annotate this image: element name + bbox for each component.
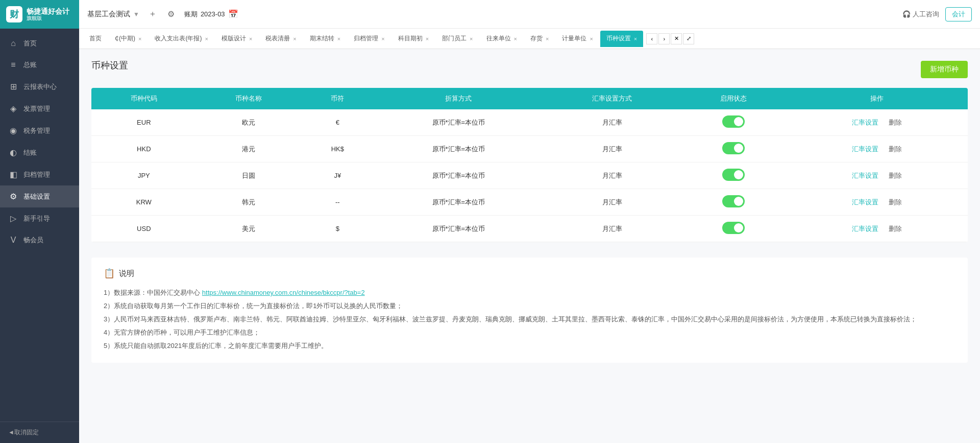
cell-actions-0: 汇率设置 删除 [786, 109, 968, 136]
tab-subject-close[interactable]: × [426, 36, 429, 42]
delete-link-4[interactable]: 删除 [889, 225, 902, 232]
tab-subject[interactable]: 科目期初 × [392, 31, 435, 47]
maximize-button[interactable]: ⤢ [683, 33, 694, 44]
cell-symbol-0: € [301, 109, 374, 136]
cell-symbol-1: HK$ [301, 136, 374, 162]
tab-customer[interactable]: 往来单位 × [480, 31, 523, 47]
sidebar-item-reports[interactable]: ⊞ 云报表中心 [0, 76, 79, 98]
sidebar-item-basic[interactable]: ⚙ 基础设置 [0, 185, 79, 207]
sidebar: 财 畅捷通好会计 旗舰版 ⌂ 首页 ≡ 总账 ⊞ 云报表中心 ◈ 发票管理 ◉ … [0, 0, 79, 443]
tab-tax[interactable]: 税表清册 × [259, 31, 302, 47]
settings-icon[interactable]: ⚙ [164, 7, 178, 21]
tab-inventory[interactable]: 存货 × [524, 31, 555, 47]
tab-period-end[interactable]: 期末结转 × [304, 31, 347, 47]
cell-rate-2: 月汇率 [543, 162, 680, 189]
cell-name-0: 欧元 [197, 109, 302, 136]
tab-unit-close[interactable]: × [590, 36, 593, 42]
tab-unit[interactable]: 计量单位 × [556, 31, 599, 47]
notes-title-text: 说明 [119, 269, 134, 278]
tab-inventory-label: 存货 [530, 34, 543, 43]
tab-template-close[interactable]: × [249, 36, 252, 42]
tab-customer-label: 往来单位 [486, 34, 511, 43]
delete-link-1[interactable]: 删除 [889, 145, 902, 153]
toggle-enabled-4[interactable] [722, 222, 745, 234]
tab-currency[interactable]: 币种设置 × [600, 31, 643, 47]
sidebar-item-home[interactable]: ⌂ 首页 [0, 33, 79, 54]
cell-status-3 [681, 189, 786, 216]
tab-tax-label: 税表清册 [265, 34, 290, 43]
sidebar-item-archive[interactable]: ◧ 归档管理 [0, 164, 79, 185]
tab-inventory-close[interactable]: × [546, 36, 549, 42]
notes-external-link[interactable]: https://www.chinamoney.com.cn/chinese/bk… [202, 289, 365, 296]
toggle-enabled-0[interactable] [722, 115, 745, 128]
tab-dept[interactable]: 部门员工 × [436, 31, 479, 47]
add-tab-button[interactable]: ＋ [145, 7, 160, 21]
ledger-icon: ≡ [8, 60, 18, 69]
tab-period[interactable]: ₵(中期) × [109, 31, 148, 47]
tax-icon: ◉ [8, 126, 18, 135]
tab-next-button[interactable]: › [658, 33, 670, 44]
tab-dept-close[interactable]: × [470, 36, 473, 42]
sidebar-item-tax[interactable]: ◉ 税务管理 [0, 120, 79, 142]
tab-customer-close[interactable]: × [514, 36, 517, 42]
help-label: 人工咨询 [913, 10, 939, 19]
rate-setting-link-2[interactable]: 汇率设置 [852, 172, 878, 179]
new-currency-button[interactable]: 新增币种 [921, 61, 968, 78]
cell-rate-1: 月汇率 [543, 136, 680, 162]
sidebar-pin-toggle[interactable]: ◄取消固定 [0, 422, 79, 443]
sidebar-label-archive: 归档管理 [23, 170, 50, 179]
delete-link-0[interactable]: 删除 [889, 119, 902, 126]
period-label: 账期 [184, 10, 198, 19]
toggle-enabled-2[interactable] [722, 169, 745, 181]
tab-archive[interactable]: 归档管理 × [348, 31, 390, 47]
sidebar-item-settlement[interactable]: ◐ 结账 [0, 142, 79, 164]
col-header-name: 币种名称 [197, 88, 302, 109]
rate-setting-link-1[interactable]: 汇率设置 [852, 145, 878, 153]
col-header-status: 启用状态 [681, 88, 786, 109]
rate-setting-link-4[interactable]: 汇率设置 [852, 225, 878, 232]
rate-setting-link-3[interactable]: 汇率设置 [852, 198, 878, 206]
settlement-icon: ◐ [8, 148, 18, 157]
toggle-enabled-3[interactable] [722, 195, 745, 207]
table-row: JPY 日圆 J¥ 原币*汇率=本位币 月汇率 汇率设置 删除 [91, 162, 968, 189]
reports-icon: ⊞ [8, 82, 18, 91]
tab-period-close[interactable]: × [138, 36, 141, 42]
sidebar-item-ledger[interactable]: ≡ 总账 [0, 54, 79, 76]
account-button[interactable]: 会计 [945, 7, 972, 21]
tab-income[interactable]: 收入支出表(年报) × [149, 31, 214, 47]
sidebar-label-ledger: 总账 [23, 60, 37, 69]
tab-currency-close[interactable]: × [634, 36, 637, 42]
tab-tax-close[interactable]: × [293, 36, 296, 42]
tab-home[interactable]: 首页 [83, 31, 108, 47]
delete-link-2[interactable]: 删除 [889, 172, 902, 179]
sidebar-item-invoice[interactable]: ◈ 发票管理 [0, 98, 79, 120]
close-all-tabs-button[interactable]: ✕ [671, 33, 682, 44]
col-header-calc: 折算方式 [374, 88, 543, 109]
topbar-right: 🎧 人工咨询 会计 [902, 7, 972, 21]
cell-calc-2: 原币*汇率=本位币 [374, 162, 543, 189]
delete-link-3[interactable]: 删除 [889, 198, 902, 206]
tabbar: 首页 ₵(中期) × 收入支出表(年报) × 模版设计 × 税表清册 × 期末结… [79, 29, 980, 49]
tab-prev-button[interactable]: ‹ [646, 33, 657, 44]
note-item-4: 5）系统只能自动抓取2021年度后的汇率，之前年度汇率需要用户手工维护。 [104, 339, 955, 353]
tab-archive-label: 归档管理 [354, 34, 378, 43]
cell-status-4 [681, 216, 786, 242]
table-row: USD 美元 $ 原币*汇率=本位币 月汇率 汇率设置 删除 [91, 216, 968, 242]
cell-calc-4: 原币*汇率=本位币 [374, 216, 543, 242]
tab-period-end-close[interactable]: × [337, 36, 340, 42]
tab-home-label: 首页 [89, 34, 102, 43]
help-button[interactable]: 🎧 人工咨询 [902, 10, 939, 19]
sidebar-item-guide[interactable]: ▷ 新手引导 [0, 207, 79, 229]
table-row: KRW 韩元 -- 原币*汇率=本位币 月汇率 汇率设置 删除 [91, 189, 968, 216]
tabbar-navigation: ‹ › ✕ ⤢ [646, 33, 694, 44]
member-icon: V [8, 236, 18, 245]
toggle-enabled-1[interactable] [722, 142, 745, 154]
rate-setting-link-0[interactable]: 汇率设置 [852, 119, 878, 126]
project-selector[interactable]: 基层工会测试 ▼ [87, 10, 139, 19]
tab-template[interactable]: 模版设计 × [215, 31, 258, 47]
sidebar-item-member[interactable]: V 畅会员 [0, 229, 79, 251]
tab-income-close[interactable]: × [205, 36, 208, 42]
tab-archive-close[interactable]: × [381, 36, 384, 42]
cell-calc-3: 原币*汇率=本位币 [374, 189, 543, 216]
period-selector[interactable]: 账期 2023-03 📅 [184, 9, 238, 19]
